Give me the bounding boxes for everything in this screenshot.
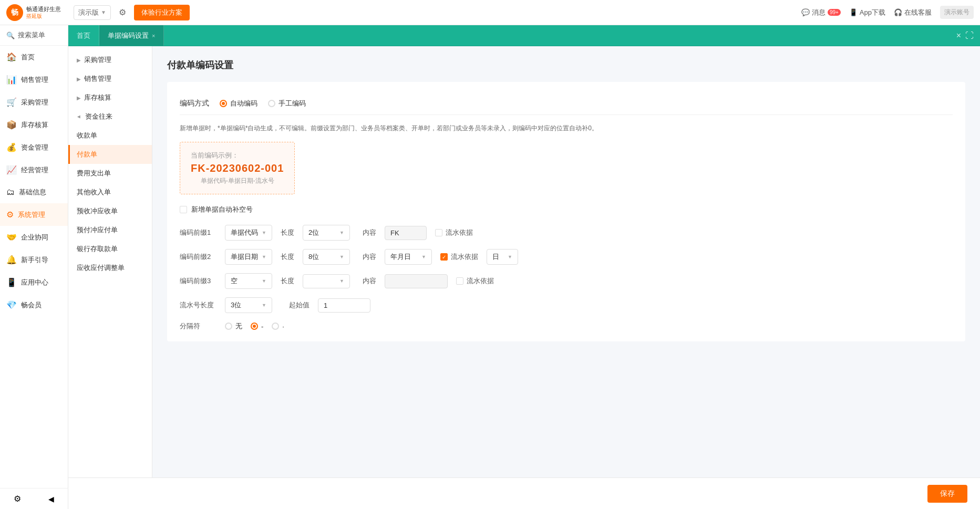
code-preview-box: 当前编码示例： FK-20230602-001 单据代码-单据日期-流水号 <box>180 142 295 194</box>
sec-group-finance[interactable]: ▼ 资金往来 <box>68 107 152 126</box>
tab-encode-setting[interactable]: 单据编码设置 × <box>99 25 164 46</box>
liushui3-checkbox[interactable] <box>456 277 463 285</box>
chevron-down-icon: ▼ <box>262 278 266 284</box>
sec-item-expense[interactable]: 费用支出单 <box>68 164 152 183</box>
logo-icon: 畅 <box>6 4 23 21</box>
tab-close-icon[interactable]: × <box>152 33 155 39</box>
sec-item-bank-deposit[interactable]: 银行存取款单 <box>68 240 152 258</box>
sidebar-item-system[interactable]: ⚙ 系统管理 <box>0 203 68 226</box>
chevron-down-icon: ▼ <box>262 303 266 308</box>
sep-dash-option[interactable]: - <box>251 323 263 330</box>
sidebar-item-sales[interactable]: 📊 销售管理 <box>0 68 68 91</box>
content2-label: 内容 <box>363 252 376 262</box>
sec-item-prepay-receive[interactable]: 预收冲应收单 <box>68 202 152 221</box>
sidebar-item-operation[interactable]: 📈 经营管理 <box>0 159 68 181</box>
chevron-down-icon: ▼ <box>101 9 106 15</box>
auto-encode-option[interactable]: 自动编码 <box>220 99 257 108</box>
download-icon: 📱 <box>849 8 858 16</box>
top-bar-middle: 演示版 ▼ ⚙ 体验行业方案 <box>74 5 797 20</box>
start-value-input[interactable] <box>318 298 370 313</box>
code-preview-label: 当前编码示例： <box>191 151 284 160</box>
message-button[interactable]: 💬 消息 99+ <box>801 8 841 17</box>
sidebar-item-app[interactable]: 📱 应用中心 <box>0 271 68 294</box>
sidebar-item-guide[interactable]: 🔔 新手引导 <box>0 248 68 271</box>
sidebar-item-basic[interactable]: 🗂 基础信息 <box>0 181 68 203</box>
prefix2-row: 编码前缀2 单据日期 ▼ 长度 8位 ▼ 内容 年月日 <box>180 249 953 265</box>
main-content: 付款单编码设置 编码方式 自动编码 手工编码 <box>152 46 980 477</box>
manual-encode-radio[interactable] <box>268 100 275 107</box>
purchase-icon: 🛒 <box>6 97 17 107</box>
sep-dash-radio[interactable] <box>251 323 258 330</box>
prefix1-select[interactable]: 单据代码 ▼ <box>225 225 272 241</box>
sidebar-item-member[interactable]: 💎 畅会员 <box>0 294 68 316</box>
online-service-button[interactable]: 🎧 在线客服 <box>894 8 932 17</box>
message-icon: 💬 <box>801 8 810 16</box>
content2-select[interactable]: 年月日 ▼ <box>385 249 432 265</box>
sep-none-option[interactable]: 无 <box>225 321 242 331</box>
prefix1-row: 编码前缀1 单据代码 ▼ 长度 2位 ▼ 内容 FK <box>180 225 953 241</box>
collapse-icon[interactable]: ◀ <box>48 495 54 503</box>
sep-none-radio[interactable] <box>225 323 232 330</box>
length3-select[interactable]: ▼ <box>303 274 350 288</box>
separator-row: 分隔符 无 - · <box>180 321 953 331</box>
logo-area: 畅 畅通通好生意 搭延版 <box>6 4 69 21</box>
gear-button[interactable]: ⚙ <box>115 5 130 20</box>
sec-item-other-income[interactable]: 其他收入单 <box>68 183 152 202</box>
length1-select[interactable]: 2位 ▼ <box>303 225 350 241</box>
auto-fill-row: 新增单据自动补空号 <box>180 205 953 214</box>
message-badge: 99+ <box>828 9 841 16</box>
right-panel: 首页 单据编码设置 × × ⛶ ▶ 采购管理 ▶ 销售管理 <box>68 25 980 509</box>
sec-group-sales[interactable]: ▶ 销售管理 <box>68 69 152 88</box>
maximize-icon[interactable]: ⛶ <box>965 31 974 40</box>
user-avatar[interactable]: 演示账号 <box>940 6 974 19</box>
sec-item-prepay-pay[interactable]: 预付冲应付单 <box>68 221 152 240</box>
length1-label: 长度 <box>281 228 294 237</box>
liushui3-check: 流水依据 <box>456 276 494 286</box>
tab-home[interactable]: 首页 <box>68 25 99 46</box>
left-sidebar: 🔍 搜索菜单 🏠 首页 📊 销售管理 🛒 采购管理 📦 库存核算 💰 资金管理 … <box>0 25 68 509</box>
prefix3-select[interactable]: 空 ▼ <box>225 273 272 289</box>
content1-value: FK <box>385 226 427 240</box>
search-menu[interactable]: 🔍 搜索菜单 <box>0 25 68 46</box>
settings-icon[interactable]: ⚙ <box>14 494 21 504</box>
chevron-down-icon: ▼ <box>262 254 266 259</box>
company-selector[interactable]: 演示版 ▼ <box>74 5 111 20</box>
sidebar-item-enterprise[interactable]: 🤝 企业协同 <box>0 226 68 248</box>
settings-card: 编码方式 自动编码 手工编码 <box>167 82 965 341</box>
page-title: 付款单编码设置 <box>167 59 965 71</box>
liushui1-checkbox[interactable] <box>435 229 442 236</box>
sec-item-payment[interactable]: 付款单 <box>68 145 152 164</box>
length2-label: 长度 <box>281 252 294 262</box>
sec-group-inventory[interactable]: ▶ 库存核算 <box>68 88 152 107</box>
sec-item-receipt[interactable]: 收款单 <box>68 126 152 145</box>
save-button[interactable]: 保存 <box>927 485 967 503</box>
sidebar-item-home[interactable]: 🏠 首页 <box>0 46 68 68</box>
encoding-method-row: 编码方式 自动编码 手工编码 <box>180 92 953 115</box>
sec-item-ar-ap-adj[interactable]: 应收应付调整单 <box>68 258 152 277</box>
secondary-sidebar: ▶ 采购管理 ▶ 销售管理 ▶ 库存核算 ▼ 资金往来 收款单 <box>68 46 152 477</box>
sidebar-item-inventory[interactable]: 📦 库存核算 <box>0 113 68 136</box>
minimize-icon[interactable]: × <box>956 31 961 40</box>
liushui2-checkbox[interactable]: ✓ <box>440 253 448 261</box>
sidebar-item-finance[interactable]: 💰 资金管理 <box>0 136 68 159</box>
auto-fill-checkbox[interactable] <box>180 206 187 213</box>
prefix2-select[interactable]: 单据日期 ▼ <box>225 249 272 265</box>
app-download-button[interactable]: 📱 App下载 <box>849 8 885 17</box>
liushui1-check: 流水依据 <box>435 228 473 237</box>
chevron-down-icon: ▼ <box>421 254 426 259</box>
sales-icon: 📊 <box>6 75 17 85</box>
serial-length-select[interactable]: 3位 ▼ <box>225 297 272 313</box>
sec-group-purchase[interactable]: ▶ 采购管理 <box>68 50 152 69</box>
sidebar-item-purchase[interactable]: 🛒 采购管理 <box>0 91 68 113</box>
sep-dot-option[interactable]: · <box>272 323 284 330</box>
liushui2-period-select[interactable]: 日 ▼ <box>487 249 518 265</box>
length2-select[interactable]: 8位 ▼ <box>303 249 350 265</box>
content3-label: 内容 <box>363 276 376 286</box>
sep-dot-radio[interactable] <box>272 323 279 330</box>
chevron-right-icon: ▶ <box>77 76 81 82</box>
trial-button[interactable]: 体验行业方案 <box>134 5 190 20</box>
manual-encode-option[interactable]: 手工编码 <box>268 99 306 108</box>
auto-encode-radio[interactable] <box>220 100 227 107</box>
content1-label: 内容 <box>363 228 376 237</box>
bottom-bar: 保存 <box>68 477 980 509</box>
